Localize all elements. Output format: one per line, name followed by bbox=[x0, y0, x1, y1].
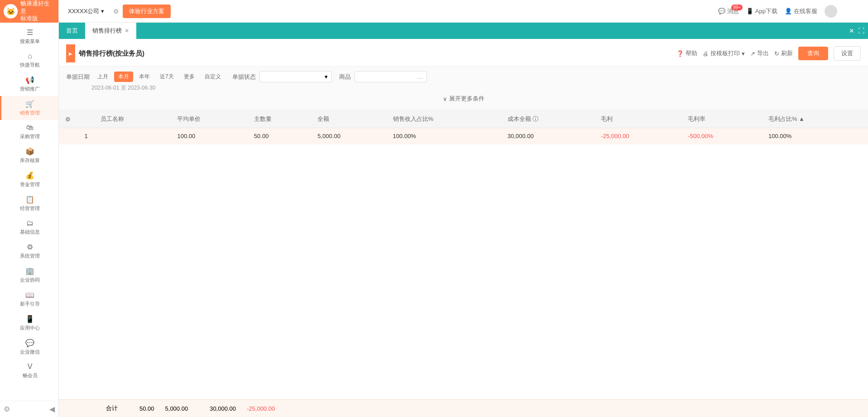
data-table: ⚙ 员工名称 平均单价 主数量 全额 销售收入占比% 成本全额 ⓘ 毛利 毛利率… bbox=[59, 110, 868, 144]
nav-icon-marketing: 📢 bbox=[25, 76, 34, 84]
header-right: 💬 消息 99+ 📱 App下载 👤 在线客服 bbox=[718, 5, 863, 18]
user-name[interactable] bbox=[844, 5, 863, 18]
col-cost: 成本全额 ⓘ bbox=[502, 110, 595, 128]
footer-qty: 50.00 bbox=[134, 405, 160, 412]
table-header-row: ⚙ 员工名称 平均单价 主数量 全额 销售收入占比% 成本全额 ⓘ 毛利 毛利率… bbox=[59, 110, 868, 128]
col-settings[interactable]: ⚙ bbox=[59, 110, 77, 128]
sidebar-item-sales[interactable]: 🛒销售管理 bbox=[0, 96, 58, 120]
sidebar-bottom: ⚙ ◀ bbox=[0, 401, 58, 417]
setting-button[interactable]: 设置 bbox=[834, 46, 861, 61]
sidebar-nav: ☰搜索菜单⌂快捷导航📢营销推广🛒销售管理🛍采购管理📦库存核算💰资金管理📋经营管理… bbox=[0, 23, 58, 401]
expand-arrow-icon[interactable]: ▶ bbox=[66, 44, 75, 62]
sidebar-item-marketing[interactable]: 📢营销推广 bbox=[0, 72, 58, 96]
col-amount: 全额 bbox=[312, 110, 387, 128]
nav-icon-enterprise: 🏢 bbox=[25, 267, 34, 275]
sidebar-item-search-orders[interactable]: ☰搜索菜单 bbox=[0, 24, 58, 48]
cell-avg-price: 100.00 bbox=[172, 128, 248, 144]
refresh-icon: ↻ bbox=[774, 50, 779, 57]
help-button[interactable]: ❓ 帮助 bbox=[676, 49, 697, 58]
sidebar-item-enterprise[interactable]: 🏢企业协同 bbox=[0, 263, 58, 287]
message-badge: 99+ bbox=[731, 5, 743, 10]
footer-row: 合计 50.00 5,000.00 30,000.00 -25,000.00 bbox=[59, 400, 868, 417]
status-select[interactable]: ▾ bbox=[259, 71, 332, 82]
trial-button[interactable]: 体验行业方案 bbox=[123, 5, 171, 18]
date-filter: 单据日期 上月 本月 本年 近7天 更多 自定义 bbox=[66, 72, 225, 82]
content-area: ▶ 销售排行榜(按业务员) ❓ 帮助 🖨 按模板打印 ▾ ↗ 导 bbox=[59, 39, 868, 417]
query-button[interactable]: 查询 bbox=[798, 47, 828, 60]
cur-year-btn[interactable]: 本年 bbox=[135, 72, 154, 82]
nav-icon-purchase: 🛍 bbox=[26, 124, 34, 132]
tab-home[interactable]: 首页 bbox=[59, 23, 85, 39]
logo-text: 畅康通好生意 标准版 bbox=[20, 0, 55, 23]
user-avatar[interactable] bbox=[825, 5, 837, 18]
footer-amount: 5,000.00 bbox=[160, 405, 194, 412]
app-download-item[interactable]: 📱 App下载 bbox=[746, 7, 777, 15]
company-selector[interactable]: XXXXX公司 ▾ bbox=[64, 5, 108, 17]
sidebar-item-inventory[interactable]: 📦库存核算 bbox=[0, 144, 58, 168]
export-button[interactable]: ↗ 导出 bbox=[750, 49, 769, 58]
nav-label-finance: 资金管理 bbox=[20, 181, 40, 188]
nav-icon-sales: 🛒 bbox=[25, 100, 34, 108]
table-body: 1 100.00 50.00 5,000.00 100.00% 30,000.0… bbox=[59, 128, 868, 144]
nav-icon-system: ⚙ bbox=[27, 243, 33, 251]
nav-icon-guide: 📖 bbox=[25, 291, 34, 299]
message-item[interactable]: 💬 消息 99+ bbox=[718, 7, 739, 15]
nav-icon-quick-nav: ⌂ bbox=[28, 52, 32, 60]
settings-icon[interactable]: ⚙ bbox=[4, 405, 10, 413]
more-btn[interactable]: 更多 bbox=[180, 72, 199, 82]
help-icon: ❓ bbox=[676, 50, 684, 57]
custom-btn[interactable]: 自定义 bbox=[201, 72, 225, 82]
tab-close-all-icon[interactable]: ✕ bbox=[849, 27, 854, 34]
nav-icon-inventory: 📦 bbox=[25, 147, 34, 156]
print-button[interactable]: 🖨 按模板打印 ▾ bbox=[703, 49, 745, 58]
table-row: 1 100.00 50.00 5,000.00 100.00% 30,000.0… bbox=[59, 128, 868, 144]
tab-close-icon[interactable]: ✕ bbox=[125, 28, 129, 34]
sidebar-item-basic-info[interactable]: 🗂基础信息 bbox=[0, 216, 58, 239]
online-service-item[interactable]: 👤 在线客服 bbox=[785, 7, 817, 15]
settings-gear-icon[interactable]: ⚙ bbox=[113, 8, 119, 15]
nav-label-basic-info: 基础信息 bbox=[20, 229, 40, 235]
tab-sales-rank[interactable]: 销售排行榜 ✕ bbox=[85, 23, 136, 39]
expand-more-btn[interactable]: ∨ 展开更多条件 bbox=[66, 92, 861, 105]
prev-month-btn[interactable]: 上月 bbox=[93, 72, 112, 82]
cell-sales-pct: 100.00% bbox=[388, 128, 502, 144]
sidebar-item-operations[interactable]: 📋经营管理 bbox=[0, 192, 58, 216]
sidebar-item-finance[interactable]: 💰资金管理 bbox=[0, 168, 58, 192]
collapse-icon[interactable]: ◀ bbox=[49, 405, 55, 413]
sidebar-item-membership[interactable]: V畅会员 bbox=[0, 359, 58, 383]
sidebar-item-purchase[interactable]: 🛍采购管理 bbox=[0, 120, 58, 144]
print-chevron-icon: ▾ bbox=[742, 50, 745, 57]
nav-label-system: 系统管理 bbox=[20, 253, 40, 259]
nav-icon-search-orders: ☰ bbox=[27, 28, 33, 37]
goods-input[interactable]: … bbox=[355, 71, 427, 82]
status-chevron-icon: ▾ bbox=[325, 73, 328, 80]
app-icon: 📱 bbox=[746, 8, 753, 14]
sidebar-item-quick-nav[interactable]: ⌂快捷导航 bbox=[0, 48, 58, 72]
tab-restore-icon[interactable]: ⛶ bbox=[858, 27, 864, 34]
goods-label: 商品 bbox=[339, 73, 351, 81]
cell-main-qty: 50.00 bbox=[249, 128, 312, 144]
last-7-days-btn[interactable]: 近7天 bbox=[156, 72, 178, 82]
col-employee: 员工名称 bbox=[95, 110, 172, 128]
filter-row: 单据日期 上月 本月 本年 近7天 更多 自定义 单据状态 bbox=[66, 71, 861, 82]
sidebar: 🐱 畅康通好生意 标准版 ☰搜索菜单⌂快捷导航📢营销推广🛒销售管理🛍采购管理📦库… bbox=[0, 0, 59, 417]
nav-icon-wechat: 💬 bbox=[25, 339, 34, 347]
top-header: XXXXX公司 ▾ ⚙ 体验行业方案 💬 消息 99+ 📱 App下载 👤 在线… bbox=[59, 0, 868, 23]
sidebar-item-system[interactable]: ⚙系统管理 bbox=[0, 239, 58, 263]
message-icon: 💬 bbox=[718, 8, 725, 14]
sidebar-item-app-center[interactable]: 📱应用中心 bbox=[0, 311, 58, 335]
nav-label-marketing: 营销推广 bbox=[20, 86, 40, 92]
app-label: App下载 bbox=[755, 7, 777, 15]
company-name: XXXXX公司 bbox=[68, 7, 99, 15]
print-icon: 🖨 bbox=[703, 50, 709, 57]
date-label: 单据日期 bbox=[66, 73, 90, 81]
sidebar-item-wechat[interactable]: 💬企业微信 bbox=[0, 335, 58, 359]
cell-amount: 5,000.00 bbox=[312, 128, 387, 144]
col-rank bbox=[77, 110, 95, 128]
refresh-button[interactable]: ↻ 刷新 bbox=[774, 49, 793, 58]
cur-month-btn[interactable]: 本月 bbox=[114, 72, 133, 82]
nav-icon-basic-info: 🗂 bbox=[26, 219, 34, 227]
footer-gross: -25,000.00 bbox=[241, 405, 280, 412]
col-avg-price: 平均单价 bbox=[172, 110, 248, 128]
sidebar-item-guide[interactable]: 📖新手引导 bbox=[0, 287, 58, 311]
